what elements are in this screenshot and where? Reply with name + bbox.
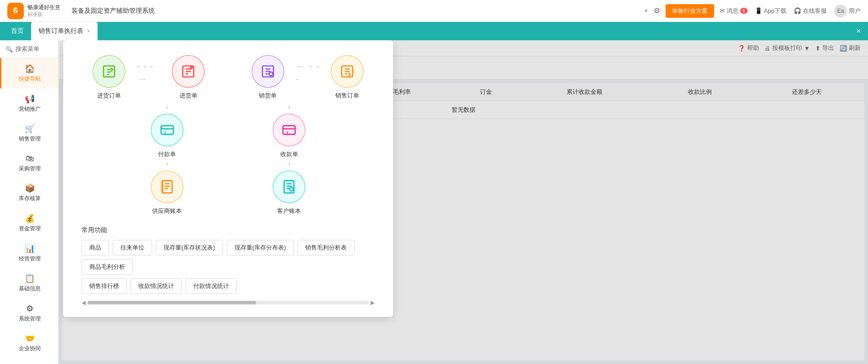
- func-btn-partners[interactable]: 往来单位: [113, 240, 152, 255]
- finance-icon: 💰: [25, 213, 35, 223]
- arrow-pay-down: ↓: [165, 159, 169, 169]
- func-buttons-row2: 销售排行榜 收款情况统计 付款情况统计: [82, 278, 375, 294]
- func-btn-sales-profit[interactable]: 销售毛利分析表: [297, 240, 355, 255]
- message-icon: ✉: [720, 7, 725, 14]
- sidebar-item-quick-nav[interactable]: 🏠 快捷导航: [0, 58, 58, 88]
- online-service-button[interactable]: 🎧 在线客服: [794, 7, 827, 15]
- svg-rect-25: [283, 126, 295, 135]
- message-button[interactable]: ✉ 消息 6: [720, 7, 748, 15]
- purchase-order-icon: [93, 55, 126, 88]
- sidebar-item-purchase[interactable]: 🛍 采购管理: [0, 148, 58, 178]
- func-btn-goods-profit[interactable]: 商品毛利分析: [82, 259, 133, 275]
- customer-ledger-label: 客户账本: [277, 207, 301, 215]
- purchase-bill-label: 进货单: [180, 92, 197, 100]
- flow-node-customer-ledger[interactable]: 客户账本: [262, 170, 317, 215]
- sidebar-item-operations[interactable]: 📊 经营管理: [0, 238, 58, 268]
- purchase-icon: 🛍: [26, 154, 34, 163]
- supplier-ledger-icon: [151, 170, 184, 203]
- system-icon: ⚙: [26, 304, 33, 314]
- collab-icon: 🤝: [25, 333, 35, 343]
- svg-rect-24: [161, 182, 163, 191]
- system-title: 装备及固定资产辅助管理系统: [71, 7, 638, 15]
- home-icon: 🏠: [25, 64, 35, 74]
- user-avatar: Ea: [834, 5, 847, 17]
- sidebar-item-marketing[interactable]: 📢 营销推广: [0, 88, 58, 119]
- top-bar: 6 畅康通好生意 标准版 装备及固定资产辅助管理系统 ▼ ⚙ 体验行业方案 ✉ …: [0, 0, 868, 22]
- experience-button[interactable]: 体验行业方案: [666, 4, 714, 18]
- search-icon: 🔍: [5, 46, 13, 53]
- arrow-pb-down: ↓: [165, 103, 169, 113]
- flow-node-receipt[interactable]: ¥ 收款单: [262, 114, 317, 158]
- popup-scrollbar: ◀ ▶: [82, 299, 375, 306]
- sidebar-search-button[interactable]: 🔍 搜索菜单: [0, 40, 58, 58]
- tab-sales-order[interactable]: 销售订单执行表 ×: [31, 22, 98, 40]
- common-funcs-title: 常用功能: [82, 226, 375, 234]
- inventory-icon: 📦: [25, 183, 35, 193]
- phone-icon: 📱: [755, 7, 762, 14]
- flow-node-purchase-order[interactable]: 进货订单: [82, 55, 136, 100]
- receipt-label: 收款单: [280, 150, 298, 158]
- logo-icon: 6: [7, 3, 24, 19]
- func-btn-payment-stats[interactable]: 付款情况统计: [186, 278, 237, 294]
- logo-area: 6 畅康通好生意 标准版: [7, 3, 66, 19]
- flow-node-sales-order[interactable]: 销售订单: [320, 55, 375, 100]
- page-area: ❓ 帮助 🖨 按模板打印 ▼ ⬆ 导出 🔄 刷新: [59, 40, 868, 364]
- sidebar-item-inventory[interactable]: 📦 库存核算: [0, 178, 58, 208]
- svg-point-32: [290, 187, 294, 191]
- arrow-po-to-pb: - - - →: [136, 60, 161, 85]
- purchase-bill-icon: [172, 55, 205, 88]
- tab-bar-close-all[interactable]: ×: [853, 27, 864, 35]
- sales-order-icon: [331, 55, 364, 88]
- gear-icon[interactable]: ⚙: [654, 6, 660, 15]
- logo-text: 畅康通好生意 标准版: [27, 4, 60, 18]
- svg-point-12: [269, 72, 273, 76]
- svg-text:¥: ¥: [286, 130, 289, 135]
- func-btn-stock-dist[interactable]: 现存量(库存分布表): [227, 240, 294, 255]
- sidebar-item-basic-info[interactable]: 📋 基础信息: [0, 268, 58, 298]
- tab-home[interactable]: 首页: [4, 22, 31, 40]
- sidebar-item-collab[interactable]: 🤝 企业协同: [0, 328, 58, 358]
- tab-close-icon[interactable]: ×: [87, 28, 90, 34]
- popup-box: 进货订单 - - - →: [63, 40, 393, 317]
- sidebar-item-system[interactable]: ⚙ 系统管理: [0, 298, 58, 328]
- scroll-left-arrow[interactable]: ◀: [82, 299, 86, 306]
- flow-node-supplier-ledger[interactable]: 供应商账本: [140, 170, 195, 215]
- sidebar-item-finance[interactable]: 💰 资金管理: [0, 208, 58, 238]
- func-buttons-container: 商品 往来单位 现存量(库存状况表) 现存量(库存分布表) 销售毛利分析表 商品…: [82, 240, 375, 275]
- sales-bill-icon: [251, 55, 284, 88]
- system-dropdown-icon[interactable]: ▼: [644, 8, 648, 13]
- arrow-so-to-sb: ← - - -: [295, 60, 320, 85]
- func-btn-receipt-stats[interactable]: 收款情况统计: [131, 278, 182, 294]
- func-btn-sales-rank[interactable]: 销售排行榜: [82, 278, 127, 294]
- basic-info-icon: 📋: [25, 273, 35, 283]
- sidebar: 🔍 搜索菜单 🏠 快捷导航 📢 营销推广 🛒 销售管理 🛍 采购管理 📦: [0, 40, 59, 364]
- marketing-icon: 📢: [25, 94, 35, 104]
- sales-bill-label: 销货单: [259, 92, 277, 100]
- common-functions-section: 常用功能 商品 往来单位 现存量(库存状况表) 现存量(库存分布表) 销售毛利分…: [82, 226, 375, 294]
- func-btn-goods[interactable]: 商品: [82, 240, 109, 255]
- app-download-button[interactable]: 📱 App下载: [755, 7, 786, 15]
- scroll-right-arrow[interactable]: ▶: [371, 299, 375, 306]
- func-btn-stock-status[interactable]: 现存量(库存状况表): [156, 240, 223, 255]
- popup-overlay: 进货订单 - - - →: [59, 40, 868, 364]
- arrow-rec-down: ↓: [288, 159, 291, 169]
- headset-icon: 🎧: [794, 7, 801, 14]
- sidebar-item-sales[interactable]: 🛒 销售管理: [0, 118, 58, 148]
- payment-icon: ¥: [151, 114, 184, 147]
- supplier-ledger-label: 供应商账本: [152, 207, 182, 215]
- main-content: 🔍 搜索菜单 🏠 快捷导航 📢 营销推广 🛒 销售管理 🛍 采购管理 📦: [0, 40, 868, 364]
- top-bar-actions: ✉ 消息 6 📱 App下载 🎧 在线客服 Ea 用户: [720, 5, 861, 17]
- flow-node-payment[interactable]: ¥ 付款单: [140, 114, 195, 158]
- flow-node-sales-bill[interactable]: 销货单: [240, 55, 295, 100]
- svg-rect-17: [161, 126, 173, 135]
- message-badge: 6: [740, 8, 748, 14]
- purchase-order-label: 进货订单: [97, 92, 121, 100]
- sidebar-item-guide[interactable]: 📖 新手引导: [0, 358, 58, 364]
- flow-node-purchase-bill[interactable]: 进货单: [161, 55, 216, 100]
- sales-order-label: 销售订单: [335, 92, 359, 100]
- sales-icon: 🛒: [25, 124, 35, 134]
- payment-label: 付款单: [158, 150, 176, 158]
- scroll-thumb: [87, 301, 256, 304]
- scroll-track[interactable]: [87, 301, 369, 304]
- user-menu-button[interactable]: Ea 用户: [834, 5, 861, 17]
